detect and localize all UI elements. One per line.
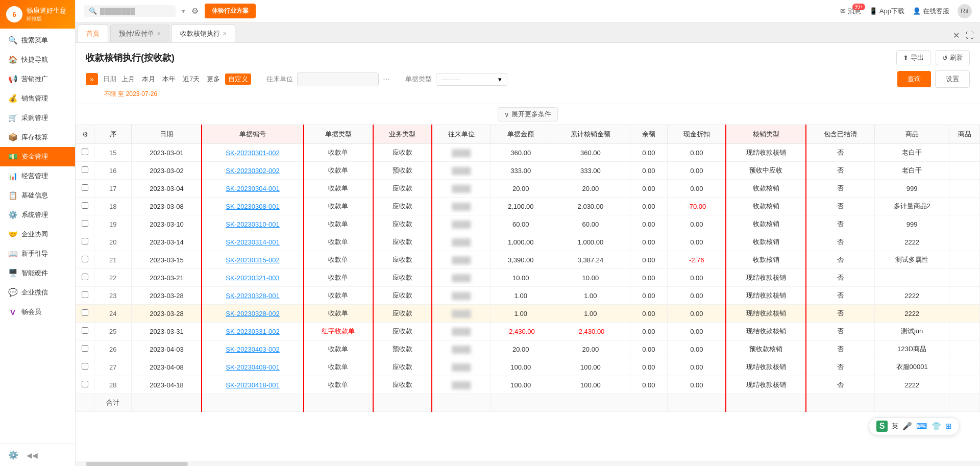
row-checkbox[interactable] [82,327,88,334]
row-checkbox[interactable] [82,220,88,227]
row-checkbox[interactable] [82,363,88,370]
collapse-icon[interactable]: ◀◀ [27,451,38,459]
cell-checkbox[interactable] [76,215,94,233]
row-checkbox[interactable] [82,274,88,280]
voucher-no-link[interactable]: SK-20230408-001 [226,363,280,371]
cell-checkbox[interactable] [76,180,94,198]
floating-keyboard-icon[interactable]: ⌨ [916,422,927,431]
sidebar-item-guide[interactable]: 📖 新手引导 [0,244,75,263]
date-option-this-month[interactable]: 本月 [140,73,157,85]
sidebar-item-wechat[interactable]: 💬 企业微信 [0,283,75,302]
date-option-last-month[interactable]: 上月 [119,73,137,85]
row-checkbox[interactable] [82,202,88,209]
col-settings-header[interactable]: ⚙ [76,125,94,144]
cell-checkbox[interactable] [76,287,94,305]
row-checkbox[interactable] [82,309,88,316]
date-option-this-year[interactable]: 本年 [160,73,178,85]
user-avatar[interactable]: Rit [958,4,972,18]
horizontal-scrollbar[interactable] [76,461,980,466]
voucher-no-link[interactable]: SK-20230328-001 [226,292,280,300]
tab-collection[interactable]: 收款核销执行 × [172,24,235,42]
sidebar-item-collab[interactable]: 🤝 企业协同 [0,225,75,244]
voucher-no-link[interactable]: SK-20230308-001 [226,203,280,210]
sidebar-item-hardware[interactable]: 🖥️ 智能硬件 [0,263,75,283]
tab-prepay[interactable]: 预付/应付单 × [110,24,169,42]
sidebar-item-quicknav[interactable]: 🏠 快捷导航 [0,50,75,69]
app-download[interactable]: 📱 App下载 [869,7,904,16]
cell-checkbox[interactable] [76,162,94,180]
sidebar-item-inventory[interactable]: 📦 库存核算 [0,128,75,147]
sidebar-item-search[interactable]: 🔍 搜索菜单 [0,31,75,50]
gear-settings-icon[interactable]: ⚙ [191,6,199,16]
cell-date: 2023-04-03 [132,340,202,358]
tab-home[interactable]: 首页 [78,24,108,42]
partner-dots-button[interactable]: ··· [383,75,389,84]
cell-checkbox[interactable] [76,144,94,162]
row-checkbox[interactable] [82,149,88,155]
voucher-no-link[interactable]: SK-20230310-001 [226,220,280,228]
sidebar-item-label: 库存核算 [21,133,48,142]
tab-collection-close-icon[interactable]: × [223,30,227,37]
cell-checkbox[interactable] [76,323,94,340]
voucher-no-link[interactable]: SK-20230314-001 [226,238,280,246]
cell-checkbox[interactable] [76,305,94,323]
topbar-search-box[interactable]: 🔍 ████████ [84,5,176,17]
tab-close-all-button[interactable]: ✕ [951,29,962,42]
scroll-thumb[interactable] [86,462,188,466]
partner-filter-input[interactable] [297,72,379,86]
online-service[interactable]: 👤 在线客服 [913,7,949,16]
settings-gear-icon[interactable]: ⚙️ [8,450,18,460]
expand-more-button[interactable]: ∨ 展开更多条件 [498,107,558,121]
sidebar-item-finance[interactable]: 💵 资金管理 [0,147,75,166]
row-checkbox[interactable] [82,166,88,173]
sidebar-item-sales[interactable]: 💰 销售管理 [0,89,75,108]
export-button[interactable]: ⬆ 导出 [896,50,930,65]
cell-checkbox[interactable] [76,198,94,215]
row-checkbox[interactable] [82,381,88,387]
date-option-more[interactable]: 更多 [205,73,222,85]
floating-mic-icon[interactable]: 🎤 [902,422,912,431]
sidebar-item-system[interactable]: ⚙️ 系统管理 [0,205,75,225]
date-option-custom[interactable]: 自定义 [225,73,251,85]
row-checkbox[interactable] [82,291,88,298]
refresh-button[interactable]: ↺ 刷新 [936,50,970,65]
sidebar-item-member[interactable]: V 畅会员 [0,302,75,322]
messages-badge[interactable]: ✉ 消息 99+ [840,7,861,16]
voucher-type-select[interactable]: ──── ▾ [436,73,507,86]
voucher-no-link[interactable]: SK-20230321-003 [226,274,280,282]
floating-grid-icon[interactable]: ⊞ [945,422,952,431]
row-checkbox[interactable] [82,184,88,191]
cell-checkbox[interactable] [76,233,94,251]
date-option-7days[interactable]: 近7天 [181,73,202,85]
voucher-no-link[interactable]: SK-20230331-002 [226,328,280,335]
cell-checkbox[interactable] [76,376,94,394]
dropdown-arrow-icon[interactable]: ▾ [182,7,185,15]
row-checkbox[interactable] [82,238,88,244]
cell-checkbox[interactable] [76,269,94,287]
cell-checkbox[interactable] [76,251,94,269]
cell-checkbox[interactable] [76,340,94,358]
voucher-no-link[interactable]: SK-20230328-002 [226,310,280,317]
sidebar-item-operations[interactable]: 📊 经营管理 [0,166,75,186]
cell-voucher-type: 收款单 [304,251,373,269]
tab-prepay-close-icon[interactable]: × [157,30,161,37]
voucher-no-link[interactable]: SK-20230302-002 [226,167,280,175]
sidebar-item-basics[interactable]: 📋 基础信息 [0,186,75,205]
voucher-no-link[interactable]: SK-20230315-002 [226,256,280,264]
voucher-no-link[interactable]: SK-20230403-002 [226,346,280,353]
filter-expand-button[interactable]: » [86,73,98,85]
sidebar-item-purchase[interactable]: 🛒 采购管理 [0,108,75,128]
tab-expand-button[interactable]: ⛶ [964,29,976,42]
industry-solution-button[interactable]: 体验行业方案 [205,4,256,18]
floating-shirt-icon[interactable]: 👕 [932,422,941,431]
voucher-no-link[interactable]: SK-20230301-002 [226,149,280,157]
voucher-no-link[interactable]: SK-20230304-001 [226,185,280,192]
cell-checkbox[interactable] [76,358,94,376]
row-checkbox[interactable] [82,345,88,352]
voucher-no-link[interactable]: SK-20230418-001 [226,381,280,389]
query-button[interactable]: 查询 [897,71,931,87]
filter-settings-button[interactable]: 设置 [935,70,970,88]
col-settings-gear-icon[interactable]: ⚙ [82,131,88,138]
sidebar-item-marketing[interactable]: 📢 营销推广 [0,69,75,89]
row-checkbox[interactable] [82,256,88,262]
